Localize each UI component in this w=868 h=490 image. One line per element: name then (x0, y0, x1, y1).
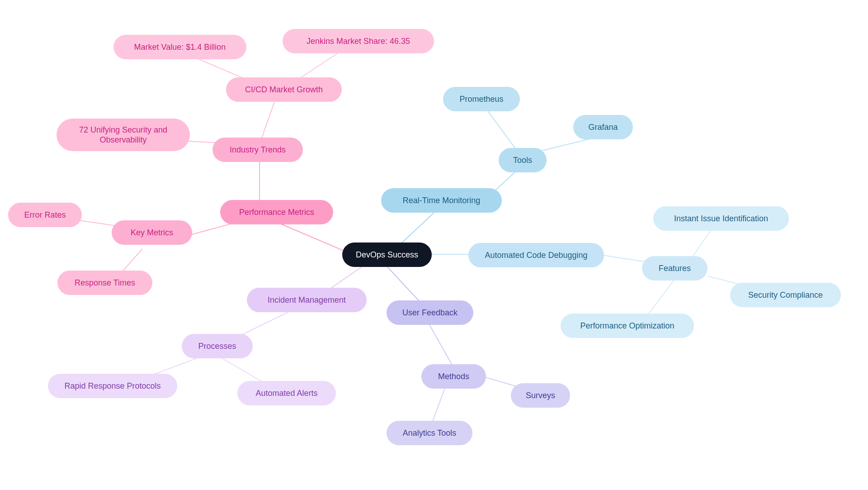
node-label: Automated Alerts (255, 388, 317, 399)
svg-line-5 (298, 49, 344, 79)
svg-line-19 (486, 109, 518, 152)
node-automated-code-debugging[interactable]: Automated Code Debugging (468, 243, 604, 267)
node-label: CI/CD Market Growth (245, 85, 323, 95)
node-response-times[interactable]: Response Times (57, 271, 152, 295)
node-automated-alerts[interactable]: Automated Alerts (237, 381, 336, 405)
node-label: Automated Code Debugging (485, 250, 587, 261)
node-label: Jenkins Market Share: 46.35 (307, 36, 410, 47)
node-label: Response Times (75, 278, 135, 288)
node-label: Rapid Response Protocols (64, 381, 160, 391)
node-label: User Feedback (402, 308, 458, 318)
node-rapid-response-protocols[interactable]: Rapid Response Protocols (48, 374, 177, 398)
node-industry-trends[interactable]: Industry Trends (212, 138, 303, 162)
svg-line-25 (646, 281, 674, 317)
node-key-metrics[interactable]: Key Metrics (112, 220, 192, 245)
svg-line-0 (277, 222, 350, 253)
node-instant-issue-identification[interactable]: Instant Issue Identification (653, 206, 789, 231)
node-label: Methods (438, 371, 469, 382)
node-label: Features (659, 263, 691, 274)
node-performance-optimization[interactable]: Performance Optimization (561, 314, 694, 338)
node-label: Performance Optimization (580, 321, 674, 331)
node-label: Incident Management (268, 295, 346, 305)
node-label: Prometheus (459, 94, 503, 105)
node-processes[interactable]: Processes (182, 334, 253, 358)
node-label: Processes (198, 341, 236, 352)
node-error-rates[interactable]: Error Rates (8, 203, 82, 227)
root-node[interactable]: DevOps Success (342, 243, 432, 267)
node-label: Market Value: $1.4 Billion (134, 42, 226, 52)
node-unifying-security[interactable]: 72 Unifying Security and Observability (57, 119, 190, 151)
node-user-feedback[interactable]: User Feedback (387, 300, 473, 325)
svg-line-17 (398, 213, 434, 247)
node-label: Performance Metrics (239, 207, 314, 218)
node-market-value[interactable]: Market Value: $1.4 Billion (113, 35, 246, 59)
node-label: Error Rates (24, 210, 66, 220)
node-surveys[interactable]: Surveys (511, 383, 570, 408)
node-methods[interactable]: Methods (421, 364, 486, 389)
node-prometheus[interactable]: Prometheus (443, 87, 520, 111)
svg-line-23 (692, 228, 712, 258)
edge-layer (0, 0, 868, 490)
node-label: Analytics Tools (403, 428, 457, 438)
node-label: Security Compliance (748, 290, 823, 300)
node-label: Instant Issue Identification (674, 214, 768, 224)
node-security-compliance[interactable]: Security Compliance (730, 283, 841, 307)
node-jenkins-market-share[interactable]: Jenkins Market Share: 46.35 (283, 29, 434, 53)
node-label: 72 Unifying Security and Observability (79, 125, 167, 145)
node-features[interactable]: Features (642, 256, 708, 281)
node-real-time-monitoring[interactable]: Real-Time Monitoring (381, 188, 502, 213)
node-label: Real-Time Monitoring (403, 195, 480, 206)
node-label: Industry Trends (230, 145, 286, 155)
root-label: DevOps Success (356, 250, 418, 260)
node-label: Key Metrics (131, 228, 173, 238)
node-analytics-tools[interactable]: Analytics Tools (387, 421, 472, 445)
node-label: Surveys (526, 390, 555, 401)
svg-line-14 (429, 325, 453, 366)
node-grafana[interactable]: Grafana (573, 115, 633, 139)
node-label: Grafana (588, 122, 618, 133)
node-tools[interactable]: Tools (499, 148, 547, 172)
node-incident-management[interactable]: Incident Management (247, 288, 367, 312)
node-performance-metrics[interactable]: Performance Metrics (220, 200, 333, 224)
mindmap-canvas: DevOps Success Real-Time Monitoring Tool… (0, 0, 868, 490)
node-label: Tools (513, 155, 532, 166)
node-cicd-market-growth[interactable]: CI/CD Market Growth (226, 77, 342, 102)
